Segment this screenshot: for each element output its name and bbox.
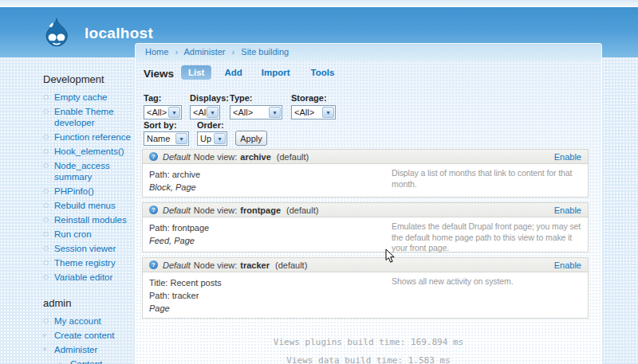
site-name[interactable]: localhost — [85, 25, 153, 42]
chevron-down-icon: ▾ — [214, 133, 226, 144]
view-type-label: Default — [163, 260, 191, 270]
tab-tools[interactable]: Tools — [311, 68, 335, 77]
apply-button[interactable]: Apply — [235, 131, 267, 146]
tab-add[interactable]: Add — [224, 68, 242, 77]
help-icon[interactable]: ? — [149, 152, 158, 161]
view-row-body: Path: frontpage Feed, Page Emulates the … — [142, 217, 589, 252]
sidebar-item-my-account: ○ My account — [43, 315, 136, 327]
type-filter-select[interactable]: <All> ▾ — [230, 105, 282, 119]
admin-menu: ○ My account ▹ Create content ▿ Administ… — [43, 315, 136, 364]
storage-filter-value: <All> — [292, 108, 322, 117]
help-icon[interactable]: ? — [149, 205, 158, 214]
chevron-down-icon: ▾ — [168, 107, 180, 118]
sidebar-link[interactable]: Create content — [54, 330, 114, 341]
sidebar-link[interactable]: Enable Theme developer — [54, 106, 136, 128]
sidebar-link[interactable]: Rebuild menus — [54, 200, 116, 211]
view-suffix: (default) — [277, 152, 309, 162]
development-menu: ○ Empty cache ○ Enable Theme developer ○… — [43, 92, 136, 283]
chevron-down-icon: ▾ — [207, 107, 219, 118]
mouse-cursor — [385, 249, 396, 264]
view-row-body: Path: archive Block, Page Display a list… — [142, 164, 589, 198]
view-row-archive: ? Default Node view: archive (default) E… — [142, 149, 589, 198]
tab-import[interactable]: Import — [262, 68, 290, 77]
sort-by-value: Name — [144, 134, 175, 143]
menu-leaf-icon: ○ — [43, 106, 54, 128]
view-kind-label: Node view: — [194, 260, 237, 270]
sidebar-link[interactable]: Session viewer — [54, 243, 116, 254]
chevron-down-icon: ▾ — [269, 107, 281, 118]
views-list: ? Default Node view: archive (default) E… — [142, 149, 589, 323]
sidebar-link[interactable]: Administer — [54, 344, 97, 355]
menu-leaf-icon: ○ — [43, 315, 54, 327]
menu-expanded-icon[interactable]: ▿ — [43, 344, 54, 355]
sidebar-section-title-development: Development — [43, 73, 136, 85]
view-row-header: ? Default Node view: frontpage (default)… — [142, 202, 589, 217]
storage-filter-label: Storage: — [291, 93, 327, 103]
view-suffix: (default) — [286, 205, 318, 215]
sort-by-select[interactable]: Name ▾ — [144, 131, 189, 146]
sidebar-link[interactable]: My account — [54, 315, 101, 327]
enable-link[interactable]: Enable — [554, 205, 581, 215]
view-row-body: Title: Recent posts Path: tracker Page S… — [142, 272, 589, 319]
view-name: frontpage — [240, 205, 281, 215]
breadcrumb-link-site-building[interactable]: Site building — [241, 47, 289, 57]
sidebar-section-title-admin: admin — [43, 297, 136, 309]
views-plugins-build-time: Views plugins build time: 169.894 ms — [136, 337, 601, 347]
sidebar-link[interactable]: Content management — [70, 358, 136, 364]
view-type-label: Default — [163, 205, 191, 215]
sidebar-link[interactable]: Theme registry — [54, 257, 116, 268]
menu-leaf-icon: ○ — [43, 257, 54, 268]
sidebar-link[interactable]: Hook_elements() — [54, 146, 124, 157]
sidebar-item-phpinfo: ○ PHPinfo() — [43, 186, 136, 197]
order-value: Up — [198, 134, 214, 143]
type-filter-label: Type: — [230, 93, 253, 103]
enable-link[interactable]: Enable — [554, 260, 581, 270]
menu-leaf-icon: ○ — [43, 146, 54, 157]
storage-filter-select[interactable]: <All> ▾ — [291, 105, 336, 119]
view-name: tracker — [240, 260, 270, 270]
content-panel: Home › Administer › Site building Views … — [136, 44, 601, 364]
help-icon[interactable]: ? — [149, 260, 158, 269]
sidebar-item-administer: ▿ Administer — [43, 344, 136, 355]
sidebar-item-empty-cache: ○ Empty cache — [43, 92, 136, 103]
order-label: Order: — [197, 120, 224, 130]
breadcrumb: Home › Administer › Site building — [136, 44, 601, 61]
menu-collapsed-icon[interactable]: ▹ — [43, 330, 54, 341]
sidebar-item-run-cron: ○ Run cron — [43, 229, 136, 240]
menu-leaf-icon: ○ — [43, 229, 54, 240]
displays-filter-select[interactable]: <All> ▾ — [190, 105, 220, 119]
page-title: Views — [144, 68, 174, 80]
sidebar-item-create-content: ▹ Create content — [43, 330, 136, 341]
menu-collapsed-icon[interactable]: ▹ — [59, 358, 70, 364]
menu-leaf-icon: ○ — [43, 92, 54, 103]
tab-bar: List Add Import Tools — [181, 65, 334, 80]
enable-link[interactable]: Enable — [554, 152, 581, 162]
drupal-admin-page: localhost Development ○ Empty cache ○ En… — [0, 0, 638, 364]
sidebar-item-session-viewer: ○ Session viewer — [43, 243, 136, 254]
sidebar-item-content-management: ▹ Content management — [59, 358, 136, 364]
view-kind-label: Node view: — [194, 205, 237, 215]
sidebar-link[interactable]: PHPinfo() — [54, 186, 94, 197]
chevron-down-icon: ▾ — [322, 107, 334, 118]
view-description: Emulates the default Drupal front page; … — [392, 221, 585, 254]
breadcrumb-link-home[interactable]: Home — [145, 47, 168, 57]
sidebar-link[interactable]: Empty cache — [54, 92, 107, 103]
sidebar-link[interactable]: Run cron — [54, 229, 92, 240]
sidebar-link[interactable]: Function reference — [54, 131, 131, 143]
sidebar-link[interactable]: Node_access summary — [54, 160, 136, 182]
sidebar-link[interactable]: Variable editor — [54, 272, 112, 283]
top-strip — [0, 0, 638, 6]
order-select[interactable]: Up ▾ — [197, 131, 227, 146]
tab-list[interactable]: List — [181, 65, 211, 80]
sidebar-item-reinstall-modules: ○ Reinstall modules — [43, 214, 136, 225]
menu-leaf-icon: ○ — [43, 214, 54, 225]
view-description: Display a list of months that link to co… — [392, 168, 585, 190]
view-path: Path: tracker — [149, 289, 581, 302]
breadcrumb-link-administer[interactable]: Administer — [184, 47, 226, 57]
sidebar-item-hook-elements: ○ Hook_elements() — [43, 146, 136, 157]
tag-filter-value: <All> — [144, 108, 168, 117]
displays-filter-value: <All> — [191, 108, 207, 117]
sidebar-item-variable-editor: ○ Variable editor — [43, 272, 136, 283]
sidebar-link[interactable]: Reinstall modules — [54, 214, 127, 225]
tag-filter-select[interactable]: <All> ▾ — [144, 105, 182, 119]
